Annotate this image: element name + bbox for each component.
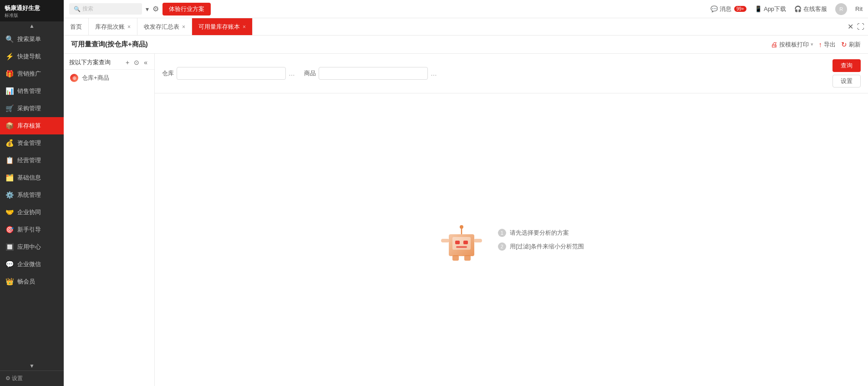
app-download-button[interactable]: 📱 App下载 <box>755 5 786 13</box>
sidebar-label-basic-info: 基础信息 <box>17 174 41 182</box>
tab-batch-account[interactable]: 库存批次账× <box>89 18 137 35</box>
tab-home[interactable]: 首页 <box>64 18 89 35</box>
sidebar-item-new-guide[interactable]: 🎯 新手引导 <box>0 221 64 238</box>
svg-rect-4 <box>456 246 467 248</box>
add-scheme-button[interactable]: + <box>124 58 131 67</box>
export-button[interactable]: ↑ 导出 <box>819 41 836 49</box>
sidebar-icon-vip-member: 👑 <box>5 278 14 286</box>
sidebar-item-app-center[interactable]: 🔲 应用中心 <box>0 238 64 256</box>
sidebar-item-shortcut[interactable]: ⚡ 快捷导航 <box>0 48 64 65</box>
sidebar-item-enterprise-wechat[interactable]: 💬 企业微信 <box>0 256 64 273</box>
print-button[interactable]: 🖨 按模板打印 ▾ <box>771 41 813 49</box>
sidebar-label-search: 搜索菜单 <box>17 35 41 43</box>
refresh-button[interactable]: ↻ 刷新 <box>841 41 861 49</box>
trial-industry-button[interactable]: 体验行业方案 <box>162 3 211 15</box>
tab-close-receive-summary[interactable]: × <box>182 24 185 30</box>
sidebar-icon-sys-mgmt: ⚙️ <box>5 191 14 199</box>
tab-close-available-stock[interactable]: × <box>243 24 246 30</box>
sidebar-label-sales-mgmt: 销售管理 <box>17 87 41 95</box>
sidebar-icon-enterprise-collab: 🤝 <box>5 208 14 216</box>
hint-number-1: 1 <box>498 229 506 237</box>
app-download-label: App下载 <box>764 5 786 13</box>
tab-label-batch-account: 库存批次账 <box>95 23 125 31</box>
export-label: 导出 <box>824 41 836 49</box>
topbar-gear-icon[interactable]: ⚙ <box>152 5 159 13</box>
sidebar-icon-stock-accounting: 📦 <box>5 122 14 130</box>
product-filter-field: 商品 … <box>304 67 437 80</box>
sidebar-item-sys-mgmt[interactable]: ⚙️ 系统管理 <box>0 186 64 204</box>
svg-rect-7 <box>441 239 449 242</box>
sidebar-item-fund-mgmt[interactable]: 💰 资金管理 <box>0 134 64 152</box>
sidebar-icon-shortcut: ⚡ <box>5 52 14 61</box>
search-icon: 🔍 <box>74 6 81 12</box>
sidebar-label-stock-accounting: 库存核算 <box>17 122 41 130</box>
sidebar-label-vip-member: 畅会员 <box>17 278 35 286</box>
filter-items-list: ⊕ 仓库+商品 <box>64 70 154 86</box>
avatar[interactable]: R <box>835 3 847 15</box>
sidebar-icon-search: 🔍 <box>5 35 14 43</box>
tab-receive-summary[interactable]: 收发存汇总表× <box>137 18 192 35</box>
empty-state: 1 请先选择要分析的方案 2 用[过滤]条件来缩小分析范围 <box>155 93 868 386</box>
sidebar-item-ops-mgmt[interactable]: 📋 经营管理 <box>0 152 64 169</box>
sidebar-item-purchase-mgmt[interactable]: 🛒 采购管理 <box>0 100 64 117</box>
tabs-bar: 首页库存批次账×收发存汇总表×可用量库存账本× ✕ ⛶ <box>64 18 868 36</box>
close-tab-button[interactable]: ✕ <box>848 22 853 31</box>
topbar: 🔍 搜索 ▾ ⚙ 体验行业方案 💬 消息 99+ 📱 App下载 🎧 在线客服 … <box>64 0 868 18</box>
sidebar-header: 畅康通好生意 标准版 <box>0 0 64 21</box>
sidebar-icon-new-guide: 🎯 <box>5 226 14 234</box>
sidebar-label-shortcut: 快捷导航 <box>17 52 41 61</box>
print-dropdown-icon[interactable]: ▾ <box>811 41 813 47</box>
product-input[interactable] <box>319 67 428 80</box>
tab-available-stock[interactable]: 可用量库存账本× <box>192 18 253 35</box>
sidebar-item-stock-accounting[interactable]: 📦 库存核算 <box>0 117 64 134</box>
settings-scheme-button[interactable]: ⊙ <box>132 58 141 67</box>
collapse-panel-button[interactable]: « <box>142 58 149 67</box>
product-label: 商品 <box>304 69 316 77</box>
export-icon: ↑ <box>819 41 822 48</box>
empty-hints: 1 请先选择要分析的方案 2 用[过滤]条件来缩小分析范围 <box>498 229 584 251</box>
query-panel: 仓库 … 商品 … 查询 设置 <box>155 54 868 386</box>
sidebar-item-sales-mgmt[interactable]: 📊 销售管理 <box>0 82 64 100</box>
svg-rect-2 <box>455 241 460 244</box>
sidebar-icon-basic-info: 🗂️ <box>5 174 14 182</box>
messages-button[interactable]: 💬 消息 99+ <box>711 5 746 13</box>
hint-text-2: 用[过滤]条件来缩小分析范围 <box>510 242 584 251</box>
hint-text-1: 请先选择要分析的方案 <box>510 229 569 237</box>
online-service-label: 在线客服 <box>803 5 827 13</box>
sidebar-bottom[interactable]: ⚙ 设置 <box>0 371 64 386</box>
sidebar-scroll-down[interactable]: ▼ <box>0 361 64 371</box>
app-name: 畅康通好生意 <box>5 5 59 12</box>
filter-scheme-warehouse-product[interactable]: ⊕ 仓库+商品 <box>64 70 154 86</box>
tab-close-batch-account[interactable]: × <box>127 24 131 30</box>
topbar-dropdown-icon[interactable]: ▾ <box>146 5 149 13</box>
sidebar-item-vip-member[interactable]: 👑 畅会员 <box>0 273 64 290</box>
sidebar-scroll-up[interactable]: ▲ <box>0 21 64 31</box>
topbar-search-box[interactable]: 🔍 搜索 <box>69 3 142 15</box>
refresh-label: 刷新 <box>849 41 861 49</box>
tab-label-home: 首页 <box>70 23 82 31</box>
online-service-button[interactable]: 🎧 在线客服 <box>794 5 827 13</box>
svg-point-6 <box>460 225 463 229</box>
sidebar-item-marketing-promo[interactable]: 🎁 营销推广 <box>0 65 64 82</box>
sidebar-item-enterprise-collab[interactable]: 🤝 企业协同 <box>0 204 64 221</box>
product-more-button[interactable]: … <box>431 70 437 77</box>
filter-panel-header: 按以下方案查询 + ⊙ « <box>64 54 154 70</box>
svg-rect-9 <box>452 255 459 261</box>
settings-button[interactable]: 设置 <box>832 75 861 87</box>
sidebar-label-enterprise-collab: 企业协同 <box>17 208 41 216</box>
empty-hint-2: 2 用[过滤]条件来缩小分析范围 <box>498 242 584 251</box>
sidebar-item-search[interactable]: 🔍 搜索菜单 <box>0 31 64 48</box>
tab-label-available-stock: 可用量库存账本 <box>198 23 240 31</box>
warehouse-more-button[interactable]: … <box>289 70 295 77</box>
sidebar-icon-enterprise-wechat: 💬 <box>5 260 14 268</box>
sidebar-label-enterprise-wechat: 企业微信 <box>17 260 41 268</box>
query-button[interactable]: 查询 <box>832 59 861 72</box>
hint-number-2: 2 <box>498 242 506 251</box>
sidebar-menu: 🔍 搜索菜单⚡ 快捷导航🎁 营销推广📊 销售管理🛒 采购管理📦 库存核算💰 资金… <box>0 31 64 361</box>
app-version: 标准版 <box>5 12 59 19</box>
sidebar-item-basic-info[interactable]: 🗂️ 基础信息 <box>0 169 64 186</box>
maximize-button[interactable]: ⛶ <box>857 23 864 31</box>
username-label[interactable]: Rit <box>855 5 863 12</box>
sidebar-icon-ops-mgmt: 📋 <box>5 156 14 165</box>
warehouse-input[interactable] <box>177 67 286 80</box>
